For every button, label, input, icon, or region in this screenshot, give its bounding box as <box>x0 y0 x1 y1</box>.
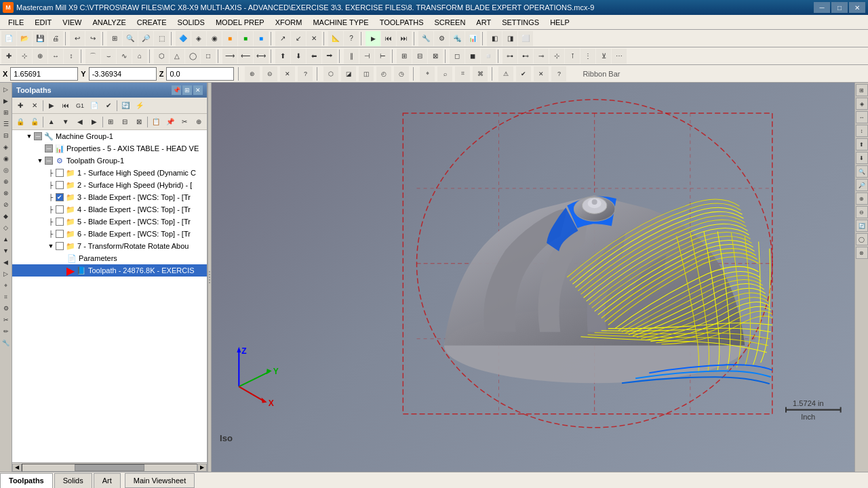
tp-verify[interactable]: ▶ <box>45 99 58 113</box>
tb-select[interactable]: ↗ <box>275 31 290 46</box>
tb2-23[interactable]: ⊢ <box>375 49 390 64</box>
tab-solids[interactable]: Solids <box>54 473 92 488</box>
tb-deselect[interactable]: ↙ <box>291 31 306 46</box>
tb2-17[interactable]: ⬆ <box>275 49 290 64</box>
rp-icon-10[interactable]: ⊖ <box>856 206 868 218</box>
minimize-button[interactable]: ─ <box>814 2 830 13</box>
expander-tpgroup[interactable]: ▼ <box>35 156 45 165</box>
lp-icon-9[interactable]: ⊕ <box>1 176 12 187</box>
tp2-arrow-dn[interactable]: ▼ <box>59 115 73 129</box>
menu-xform[interactable]: XFORM <box>270 17 308 28</box>
tp-remove[interactable]: ✕ <box>28 99 41 113</box>
tb-simulate[interactable]: ⏭ <box>397 31 412 46</box>
coord-tb10[interactable]: ⌖ <box>420 66 435 81</box>
viewport[interactable]: Z Y X 1.5724 in Inch Iso <box>212 83 868 472</box>
tb2-13[interactable]: □ <box>201 49 216 64</box>
coord-tb14[interactable]: ⚠ <box>498 66 513 81</box>
tb2-19[interactable]: ⬅ <box>307 49 321 64</box>
menu-art[interactable]: ART <box>471 17 496 28</box>
tree-item-op6[interactable]: ├ 📁 6 - Blade Expert - [WCS: Top] - [Tr <box>12 228 207 240</box>
tb2-4[interactable]: ↔ <box>48 49 63 64</box>
lp-icon-6[interactable]: ◈ <box>1 142 12 152</box>
tb-xform[interactable]: 🔧 <box>418 31 433 46</box>
tb2-34[interactable]: ⊺ <box>565 49 580 64</box>
tp2-copy[interactable]: 📋 <box>149 115 163 129</box>
scroll-left-btn[interactable]: ◀ <box>12 464 22 472</box>
tb2-30[interactable]: ⊶ <box>502 49 517 64</box>
lp-icon-1[interactable]: ▷ <box>1 84 12 95</box>
expander-op3[interactable]: ├ <box>46 192 56 202</box>
tp2-invert[interactable]: ⊠ <box>132 115 146 129</box>
menu-model-prep[interactable]: MODEL PREP <box>210 17 270 28</box>
checkbox-machine-group[interactable]: ─ <box>34 132 42 140</box>
checkbox-op5[interactable] <box>56 218 64 226</box>
tb-post[interactable]: 📊 <box>465 31 480 46</box>
lp-icon-7[interactable]: ◉ <box>1 153 12 164</box>
coord-tb11[interactable]: ⌕ <box>437 66 452 81</box>
tree-item-op7[interactable]: ▼ 📁 7 - Transform/Rotate Rotate Abou <box>12 240 207 252</box>
lp-icon-22[interactable]: ✏ <box>1 326 12 337</box>
tb2-1[interactable]: ✚ <box>1 49 16 64</box>
menu-view[interactable]: VIEW <box>57 17 87 28</box>
tb-color2[interactable]: ■ <box>238 31 253 46</box>
tb2-7[interactable]: ⌣ <box>101 49 116 64</box>
checkbox-props[interactable]: ─ <box>45 144 53 152</box>
expander-tpnode[interactable] <box>57 266 66 275</box>
lp-icon-20[interactable]: ⚙ <box>1 303 12 314</box>
expander-op4[interactable]: ├ <box>46 205 56 214</box>
panel-dock-btn[interactable]: ⊞ <box>182 85 192 95</box>
lp-icon-17[interactable]: ▷ <box>1 268 12 279</box>
rp-icon-4[interactable]: ↕ <box>856 125 868 137</box>
tree-item-params[interactable]: 📄 Parameters <box>12 252 207 264</box>
tb2-31[interactable]: ⊷ <box>518 49 533 64</box>
tp-post[interactable]: 📄 <box>87 99 101 113</box>
expander-params[interactable] <box>57 253 66 263</box>
tb2-20[interactable]: ⮕ <box>322 49 337 64</box>
tb2-5[interactable]: ↕ <box>64 49 79 64</box>
scroll-right-btn[interactable]: ▶ <box>197 464 207 472</box>
tb2-37[interactable]: ⋯ <box>612 49 627 64</box>
menu-create[interactable]: CREATE <box>132 17 172 28</box>
lp-icon-14[interactable]: ▲ <box>1 234 12 245</box>
coord-tb16[interactable]: ✕ <box>534 66 549 81</box>
tp2-unlock[interactable]: 🔓 <box>28 115 41 129</box>
expander-props[interactable] <box>35 144 45 153</box>
coord-tb5[interactable]: ⬡ <box>323 66 338 81</box>
tp2-arrow-l[interactable]: ◀ <box>73 115 87 129</box>
tb2-14[interactable]: ⟶ <box>222 49 237 64</box>
lp-icon-5[interactable]: ⊟ <box>1 130 12 141</box>
menu-edit[interactable]: EDIT <box>29 17 57 28</box>
coord-tb2[interactable]: ⊝ <box>262 66 277 81</box>
lp-icon-8[interactable]: ◎ <box>1 165 12 176</box>
tree-item-op3[interactable]: ├ ✔ 📁 3 - Blade Expert - [WCS: Top] - [T… <box>12 191 207 203</box>
tb2-3[interactable]: ⊕ <box>33 49 47 64</box>
tb2-29[interactable]: ◽ <box>481 49 496 64</box>
coord-tb15[interactable]: ✔ <box>516 66 531 81</box>
tp2-paste[interactable]: 📌 <box>163 115 177 129</box>
main-viewsheet[interactable]: Main Viewsheet <box>125 473 195 488</box>
tb2-15[interactable]: ⟵ <box>238 49 253 64</box>
menu-analyze[interactable]: ANALYZE <box>87 17 131 28</box>
tb-color1[interactable]: ■ <box>222 31 237 46</box>
tb-undo[interactable]: ↩ <box>70 31 85 46</box>
tb-ops[interactable]: ⚙ <box>434 31 449 46</box>
tree-item-properties[interactable]: ─ 📊 Properties - 5 - AXIS TABLE - HEAD V… <box>12 142 207 155</box>
tb2-2[interactable]: ⊹ <box>17 49 32 64</box>
tb2-10[interactable]: ⬡ <box>154 49 169 64</box>
checkbox-op3[interactable]: ✔ <box>56 193 64 201</box>
tab-art[interactable]: Art <box>94 473 121 488</box>
tb2-32[interactable]: ⊸ <box>534 49 549 64</box>
panel-pin-btn[interactable]: 📌 <box>172 85 181 95</box>
tb-zoom-out[interactable]: 🔎 <box>138 31 153 46</box>
tb-shading[interactable]: 🔷 <box>176 31 191 46</box>
menu-settings[interactable]: SETTINGS <box>496 17 545 28</box>
tp-check[interactable]: ✔ <box>102 99 115 113</box>
tb2-33[interactable]: ⊹ <box>549 49 564 64</box>
tb-analyze[interactable]: 📐 <box>328 31 343 46</box>
tb2-24[interactable]: ⊞ <box>397 49 412 64</box>
tp-regen[interactable]: 🔄 <box>119 99 132 113</box>
tb-save[interactable]: 💾 <box>33 31 47 46</box>
lp-icon-21[interactable]: ✂ <box>1 314 12 325</box>
expander-op2[interactable]: ├ <box>46 180 56 190</box>
tree-item-op2[interactable]: ├ 📁 2 - Surface High Speed (Hybrid) - [ <box>12 179 207 191</box>
